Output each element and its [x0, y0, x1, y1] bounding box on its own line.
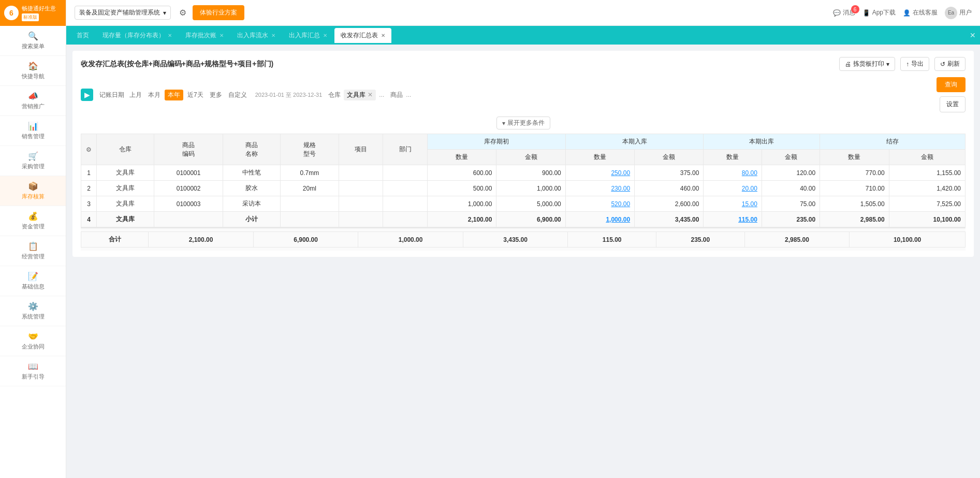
- export-button[interactable]: ↑ 导出: [900, 57, 929, 71]
- warehouse-filter-dots[interactable]: ...: [379, 91, 384, 98]
- sidebar-label-quick-nav: 快捷导航: [22, 73, 45, 80]
- goods-filter-dots[interactable]: ...: [406, 91, 411, 98]
- print-button[interactable]: 🖨 拣货板打印 ▾: [839, 57, 895, 71]
- col-header-project: 项目: [339, 134, 383, 165]
- header-right: 💬 消息 6 📱 App下载 👤 在线客服 Ea 用户: [833, 7, 972, 19]
- date-btn-this-month[interactable]: 本月: [146, 90, 163, 100]
- page-title-text: 收发存汇总表(按仓库+商品编码+商品+规格型号+项目+部门): [81, 60, 273, 69]
- sidebar-item-basic-info[interactable]: 📝基础信息: [0, 266, 66, 296]
- user-item[interactable]: Ea 用户: [945, 7, 972, 19]
- row-out-amt: 75.00: [762, 196, 820, 212]
- tab-close-inout-summary[interactable]: ✕: [323, 33, 327, 38]
- column-settings-icon[interactable]: ⚙: [86, 146, 92, 153]
- sidebar-item-search[interactable]: 🔍搜索菜单: [0, 26, 66, 56]
- sidebar-icon-basic-info: 📝: [28, 271, 38, 281]
- row-in-qty[interactable]: 230.00: [565, 181, 634, 196]
- row-out-qty[interactable]: 115.00: [704, 212, 762, 227]
- table-settings-col-header: ⚙: [81, 134, 97, 165]
- app-download-item[interactable]: 📱 App下载: [862, 8, 896, 17]
- date-btn-this-year[interactable]: 本年: [165, 90, 183, 100]
- sidebar-item-finance[interactable]: 💰资金管理: [0, 206, 66, 236]
- trial-button[interactable]: 体验行业方案: [193, 5, 244, 20]
- tab-close-inventory-dist[interactable]: ✕: [168, 33, 172, 38]
- query-button[interactable]: 查询: [937, 77, 966, 92]
- table-row: 4文具库小计2,100.006,900.001,000.003,435.0011…: [81, 212, 966, 227]
- tab-close-batch-ledger[interactable]: ✕: [220, 33, 224, 38]
- date-btn-last-month[interactable]: 上月: [127, 90, 144, 100]
- sidebar-item-beginner[interactable]: 📖新手引导: [0, 356, 66, 386]
- tab-label-inout-flow: 出入库流水: [237, 31, 268, 40]
- filter-expand-button[interactable]: ▶: [81, 89, 93, 101]
- tab-inventory-dist[interactable]: 现存量（库存分布表）✕: [96, 28, 178, 43]
- sidebar-label-system: 系统管理: [22, 313, 45, 321]
- sidebar-item-system[interactable]: ⚙️系统管理: [0, 296, 66, 326]
- sidebar-item-purchase[interactable]: 🛒采购管理: [0, 146, 66, 176]
- expand-more-button[interactable]: ▾ 展开更多条件: [496, 117, 550, 129]
- main-card: 收发存汇总表(按仓库+商品编码+商品+规格型号+项目+部门) 🖨 拣货板打印 ▾…: [72, 51, 974, 257]
- tab-label-recv-send-summary: 收发存汇总表: [341, 31, 378, 40]
- table-row: 1文具库0100001中性笔0.7mm600.00900.00250.00375…: [81, 165, 966, 181]
- warehouse-tag-text: 文具库: [347, 91, 365, 99]
- sidebar-item-operations[interactable]: 📋经营管理: [0, 236, 66, 266]
- settings-icon[interactable]: ⚙: [179, 8, 186, 18]
- row-goods-code: 0100002: [154, 181, 223, 196]
- tab-recv-send-summary[interactable]: 收发存汇总表✕: [334, 28, 391, 43]
- sidebar-icon-beginner: 📖: [28, 361, 38, 371]
- sidebar-label-corp: 企业协同: [22, 343, 45, 351]
- row-in-qty[interactable]: 520.00: [565, 196, 634, 212]
- row-out-amt: 235.00: [762, 212, 820, 227]
- sidebar-item-quick-nav[interactable]: 🏠快捷导航: [0, 56, 66, 86]
- sidebar-item-corp[interactable]: 🤝企业协同: [0, 326, 66, 356]
- col-header-opening: 库存期初: [428, 134, 566, 150]
- row-out-qty[interactable]: 15.00: [704, 196, 762, 212]
- row-goods-spec: 0.7mm: [281, 165, 339, 181]
- row-project: [339, 181, 383, 196]
- warehouse-tag-close[interactable]: ✕: [368, 91, 373, 98]
- footer-bal-qty: 2,985.00: [744, 232, 850, 248]
- col-header-out-qty: 数量: [704, 150, 762, 165]
- message-icon: 💬: [833, 9, 841, 17]
- col-header-dept: 部门: [383, 134, 428, 165]
- tab-home[interactable]: 首页: [70, 28, 95, 43]
- tabs-bar-close-icon[interactable]: ✕: [970, 31, 976, 39]
- warehouse-tag: 文具库 ✕: [344, 90, 376, 100]
- export-icon: ↑: [906, 61, 909, 68]
- row-out-qty[interactable]: 20.00: [704, 181, 762, 196]
- online-service-item[interactable]: 👤 在线客服: [903, 8, 938, 17]
- sidebar-label-marketing: 营销推广: [22, 103, 45, 110]
- system-selector[interactable]: 装备及固定资产辅助管理系统 ▾: [75, 6, 171, 20]
- row-in-amt: 375.00: [635, 165, 704, 181]
- date-btn-custom[interactable]: 自定义: [226, 90, 249, 100]
- warehouse-filter-label: 仓库: [328, 91, 341, 99]
- sidebar-item-marketing[interactable]: 📣营销推广: [0, 86, 66, 116]
- refresh-button[interactable]: ↺ 刷新: [934, 57, 966, 71]
- row-goods-code: 0100001: [154, 165, 223, 181]
- row-out-qty[interactable]: 80.00: [704, 165, 762, 181]
- row-no: 1: [81, 165, 97, 181]
- tab-close-recv-send-summary[interactable]: ✕: [381, 33, 385, 38]
- sidebar-item-inventory[interactable]: 📦库存核算: [0, 176, 66, 206]
- date-btn-more[interactable]: 更多: [208, 90, 224, 100]
- row-bal-amt: 7,525.00: [889, 196, 965, 212]
- sidebar-label-sales: 销售管理: [22, 133, 45, 140]
- message-icon-item[interactable]: 💬 消息 6: [833, 8, 855, 17]
- data-table: ⚙ 仓库 商品编码 商品名称 规格型号 项目 部门 库存期初 本期入库 本期出库…: [81, 134, 966, 227]
- row-bal-amt: 1,155.00: [889, 165, 965, 181]
- sidebar-label-inventory: 库存核算: [22, 193, 45, 200]
- sidebar-nav: 🔍搜索菜单🏠快捷导航📣营销推广📊销售管理🛒采购管理📦库存核算💰资金管理📋经营管理…: [0, 26, 66, 478]
- setting-button[interactable]: 设置: [940, 96, 966, 112]
- date-btn-7days[interactable]: 近7天: [185, 90, 206, 100]
- sidebar-icon-marketing: 📣: [28, 91, 38, 101]
- col-header-open-amt: 金额: [496, 150, 565, 165]
- row-in-qty[interactable]: 250.00: [565, 165, 634, 181]
- row-goods-spec: [281, 212, 339, 227]
- tab-batch-ledger[interactable]: 库存批次账✕: [179, 28, 230, 43]
- tab-inout-summary[interactable]: 出入库汇总✕: [283, 28, 333, 43]
- system-select-arrow: ▾: [163, 9, 166, 17]
- tab-inout-flow[interactable]: 出入库流水✕: [231, 28, 282, 43]
- sidebar-item-sales[interactable]: 📊销售管理: [0, 116, 66, 146]
- row-open-amt: 900.00: [496, 165, 565, 181]
- tab-close-inout-flow[interactable]: ✕: [271, 33, 275, 38]
- row-out-amt: 40.00: [762, 181, 820, 196]
- row-in-qty[interactable]: 1,000.00: [565, 212, 634, 227]
